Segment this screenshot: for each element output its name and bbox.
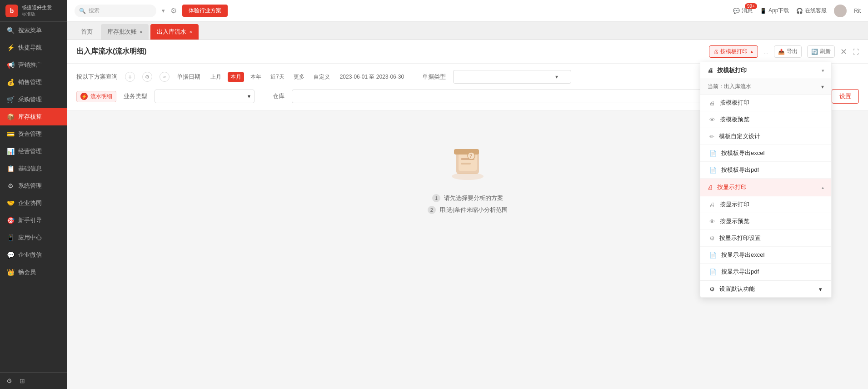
default-function-icon: ⚙ [709, 286, 715, 293]
svg-text:?: ? [469, 154, 472, 159]
settings-button[interactable]: 设置 [832, 89, 859, 104]
search-chevron-icon[interactable]: ▾ [162, 7, 165, 14]
display-settings-label: 按显示打印设置 [719, 234, 761, 242]
page-content: 出入库流水(流水明细) 🖨 按模板打印 ▲ ... 📤 导出 🔄 刷新 ✕ ⛶ [67, 40, 868, 389]
sidebar-item-basic[interactable]: 📋 基础信息 [0, 160, 67, 177]
refresh-button[interactable]: 🔄 刷新 [807, 45, 835, 58]
tab-home-label: 首页 [81, 28, 93, 36]
filter-plan-label: 按以下方案查询 [76, 73, 118, 81]
online-service-button[interactable]: 🎧 在线客服 [796, 7, 827, 15]
sidebar-finance-label: 资金管理 [18, 130, 42, 138]
tab-flow[interactable]: 出入库流水 × [150, 24, 198, 40]
wechat-icon: 💬 [6, 251, 15, 259]
display-print-item[interactable]: 🖨 按显示打印 [700, 196, 831, 213]
display-excel-label: 按显示导出excel [721, 251, 764, 259]
export-label: 导出 [787, 48, 798, 55]
print-template-label: 按模板打印 [720, 48, 748, 55]
sidebar-footer: ⚙ ⊞ [0, 372, 67, 389]
display-pdf-item[interactable]: 📄 按显示导出pdf [700, 264, 831, 280]
sidebar-enterprise-label: 企业协同 [18, 199, 42, 207]
doctype-select[interactable]: ▾ [453, 70, 571, 84]
filter-collapse-button[interactable]: « [160, 72, 170, 82]
svg-rect-3 [454, 149, 479, 155]
tab-batch-close-icon[interactable]: × [140, 29, 142, 35]
sidebar-item-newbie[interactable]: 🎯 新手引导 [0, 212, 67, 229]
sidebar-item-system[interactable]: ⚙ 系统管理 [0, 177, 67, 194]
sidebar-item-shortcut[interactable]: ⚡ 快捷导航 [0, 39, 67, 56]
display-excel-item[interactable]: 📄 按显示导出excel [700, 247, 831, 264]
template-print-label: 按模板打印 [720, 99, 749, 107]
sidebar-item-marketing[interactable]: 📢 营销推广 [0, 56, 67, 74]
step-1-number: 1 [432, 194, 440, 202]
date-current-month[interactable]: 本月 [228, 72, 244, 82]
default-function-item[interactable]: ⚙ 设置默认功能 ▾ [700, 280, 831, 297]
settings-footer-icon[interactable]: ⚙ [6, 377, 12, 384]
operation-icon: 📊 [6, 147, 15, 155]
topbar-search-box[interactable]: 🔍 搜索 [75, 5, 156, 17]
page-actions: 🖨 按模板打印 ▲ ... 📤 导出 🔄 刷新 ✕ ⛶ [709, 45, 859, 58]
template-preview-item[interactable]: 👁 按模板预览 [700, 111, 831, 128]
template-pdf-item[interactable]: 📄 按模板导出pdf [700, 162, 831, 179]
message-button[interactable]: 💬 消息 99+ [733, 7, 753, 15]
tab-home[interactable]: 首页 [75, 24, 99, 40]
page-close-icon[interactable]: ✕ [840, 47, 847, 57]
trial-button[interactable]: 体验行业方案 [182, 5, 228, 17]
template-section-header[interactable]: 🖨 按模板打印 ▾ [700, 62, 831, 79]
sidebar-item-sales[interactable]: 💰 销售管理 [0, 74, 67, 91]
sidebar-shortcut-label: 快捷导航 [18, 44, 42, 52]
sidebar-item-finance[interactable]: 💳 资金管理 [0, 125, 67, 143]
sidebar-item-purchase[interactable]: 🛒 采购管理 [0, 91, 67, 108]
tab-flow-close-icon[interactable]: × [189, 29, 192, 35]
sidebar-item-inventory[interactable]: 📦 库存核算 [0, 108, 67, 125]
date-more[interactable]: 更多 [291, 72, 307, 82]
sidebar-item-enterprise[interactable]: 🤝 企业协同 [0, 194, 67, 212]
page-header: 出入库流水(流水明细) 🖨 按模板打印 ▲ ... 📤 导出 🔄 刷新 ✕ ⛶ [67, 40, 868, 64]
message-icon: 💬 [733, 8, 740, 14]
sidebar-item-wechat[interactable]: 💬 企业微信 [0, 246, 67, 264]
display-excel-icon: 📄 [709, 252, 717, 259]
sidebar-basic-label: 基础信息 [18, 165, 42, 173]
default-function-label: 设置默认功能 [719, 285, 755, 293]
date-current-year[interactable]: 本年 [248, 72, 264, 82]
basic-icon: 📋 [6, 165, 15, 173]
date-last7[interactable]: 近7天 [268, 72, 287, 82]
sidebar-item-member[interactable]: 👑 畅会员 [0, 264, 67, 281]
current-template-chevron-icon: ▾ [821, 84, 824, 90]
step-2-number: 2 [428, 206, 436, 214]
tab-batch[interactable]: 库存批次账 × [101, 24, 149, 40]
step-2-text: 用[选]条件来缩小分析范围 [439, 206, 508, 214]
tag-icon: ⚡ [80, 93, 88, 100]
date-prev-month[interactable]: 上月 [208, 72, 224, 82]
template-custom-item[interactable]: ✏ 模板自定义设计 [700, 128, 831, 145]
app-download-button[interactable]: 📱 App下载 [760, 7, 789, 15]
display-preview-icon: 👁 [709, 218, 715, 225]
display-section-header[interactable]: 🖨 按显示打印 ▴ [700, 179, 831, 196]
export-button[interactable]: 📤 导出 [774, 45, 802, 58]
template-excel-item[interactable]: 📄 按模板导出excel [700, 145, 831, 162]
print-template-button[interactable]: 🖨 按模板打印 ▲ [709, 45, 758, 58]
date-options: 上月 本月 本年 近7天 更多 自定义 2023-06-01 至 2023-06… [208, 72, 404, 82]
date-label: 单据日期 [177, 73, 200, 81]
business-type-select[interactable]: ▾ [155, 90, 254, 103]
display-preview-item[interactable]: 👁 按显示预览 [700, 213, 831, 230]
current-template-label: 当前：出入库流水 [708, 83, 751, 90]
page-expand-icon[interactable]: ⛶ [853, 48, 859, 55]
template-pdf-icon: 📄 [709, 167, 717, 174]
sidebar-wechat-label: 企业微信 [18, 251, 42, 259]
template-print-item[interactable]: 🖨 按模板打印 [700, 95, 831, 111]
purchase-icon: 🛒 [6, 95, 15, 104]
display-print-label: 按显示打印 [720, 200, 749, 209]
sidebar-item-operation[interactable]: 📊 经营管理 [0, 143, 67, 160]
topbar-gear-icon[interactable]: ⚙ [170, 6, 177, 15]
template-preview-label: 按模板预览 [720, 115, 749, 124]
phone-icon: 📱 [760, 8, 767, 14]
sidebar-item-appcenter[interactable]: 📱 应用中心 [0, 229, 67, 246]
display-settings-item[interactable]: ⚙ 按显示打印设置 [700, 230, 831, 247]
marketing-icon: 📢 [6, 61, 15, 69]
date-custom[interactable]: 自定义 [311, 72, 333, 82]
filter-settings-button[interactable]: ⚙ [142, 72, 152, 82]
filter-add-button[interactable]: + [125, 72, 135, 82]
menu-footer-icon[interactable]: ⊞ [20, 377, 25, 384]
warehouse-select[interactable]: ··· [292, 90, 728, 103]
sidebar-item-search[interactable]: 🔍 搜索菜单 [0, 22, 67, 39]
